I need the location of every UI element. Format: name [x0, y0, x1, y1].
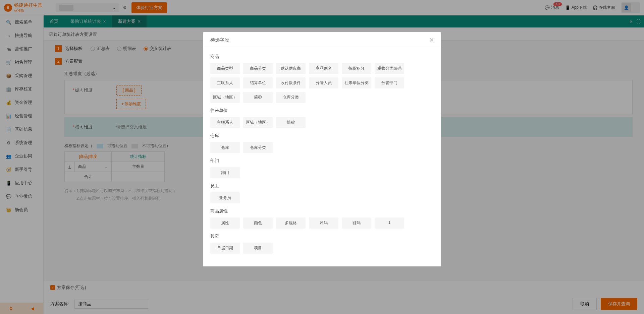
modal-overlay: 待选字段 ✕ 商品商品类型商品分类默认供应商商品别名拣货积分税收分类编码主联系人… — [0, 0, 644, 15]
